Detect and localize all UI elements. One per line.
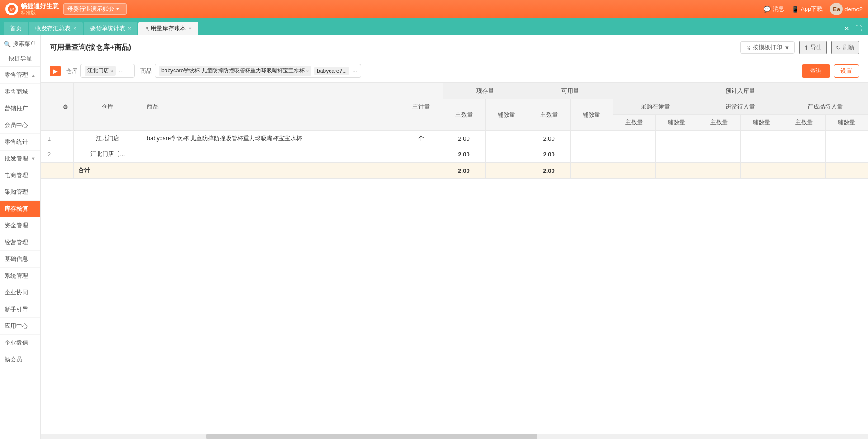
tab-available-stock[interactable]: 可用量库存账本 ×	[138, 22, 198, 35]
sidebar-item-purchase[interactable]: 采购管理	[0, 184, 40, 201]
sidebar-item-new-guide[interactable]: 新手引导	[0, 301, 40, 318]
brand-text: 畅捷通好生意 标准版	[21, 2, 59, 16]
purchase-transit-header: 采购在途量	[613, 99, 698, 115]
col-expected-in-header: 预计入库量	[613, 83, 868, 99]
sidebar-item-wholesale-mgmt[interactable]: 批发管理 ▼	[0, 151, 40, 167]
table-row: 2 江北门店【... 2.00 2.00	[41, 146, 868, 163]
footer-current-main: 2.00	[443, 162, 485, 179]
available-aux-qty-header: 辅数量	[570, 99, 613, 131]
sidebar-item-app-center[interactable]: 应用中心	[0, 318, 40, 335]
settings-btn[interactable]: 设置	[834, 64, 859, 78]
sidebar-item-enterprise-coop[interactable]: 企业协同	[0, 284, 40, 301]
footer-goods-pending-aux	[740, 162, 783, 179]
row-production-pending-aux	[825, 146, 868, 163]
sidebar-item-member-plus[interactable]: 畅会员	[0, 351, 40, 368]
sidebar-item-operations[interactable]: 经营管理	[0, 234, 40, 251]
available-main-qty-header: 主数量	[528, 99, 570, 131]
close-all-tabs[interactable]: ×	[840, 22, 853, 35]
main-layout: 🔍 搜索菜单 快捷导航 零售管理 ▲ 零售商城 营销推广 会员中心 零售统计 批…	[0, 35, 868, 439]
row-available-aux	[570, 131, 613, 146]
product-more[interactable]: ···	[352, 67, 357, 74]
filter-expand-btn[interactable]: ▶	[50, 66, 61, 76]
product-input[interactable]: babycare学饮杯 儿童防摔防撞吸管杯重力球吸嘴杯宝宝水杯 × babyca…	[155, 64, 361, 78]
sidebar-item-member-center[interactable]: 会员中心	[0, 117, 40, 134]
sidebar-item-system[interactable]: 系统管理	[0, 268, 40, 284]
warehouse-input[interactable]: 江北门店 × ···	[80, 64, 135, 78]
filter-bar: ▶ 仓库 江北门店 × ··· 商品 babycare学饮杯 儿童防摔防撞吸管杯…	[41, 59, 868, 83]
sidebar-item-retail-stats[interactable]: 零售统计	[0, 134, 40, 151]
template-print-btn[interactable]: 🖨 按模板打印 ▼	[740, 41, 795, 54]
export-btn[interactable]: ⬆ 导出	[799, 41, 827, 54]
sidebar: 🔍 搜索菜单 快捷导航 零售管理 ▲ 零售商城 营销推广 会员中心 零售统计 批…	[0, 35, 41, 439]
warehouse-tag: 江北门店 ×	[85, 66, 116, 76]
scroll-thumb[interactable]	[206, 434, 537, 439]
goods-pending-header: 进货待入量	[698, 99, 783, 115]
product-tag2: babycare?...	[314, 67, 349, 75]
col-current-stock-header: 现存量	[443, 83, 528, 99]
row-current-aux	[485, 146, 528, 163]
goods-pending-main-header: 主数量	[698, 115, 740, 131]
expand-tabs[interactable]: ⛶	[853, 22, 864, 35]
production-pending-header: 产成品待入量	[783, 99, 868, 115]
tab-order-stats[interactable]: 要货单统计表 ×	[84, 22, 137, 35]
col-available-header: 可用量	[528, 83, 613, 99]
row-purchase-transit-aux	[655, 131, 698, 146]
row-purchase-transit-aux	[655, 146, 698, 163]
tab-available-stock-close[interactable]: ×	[189, 25, 192, 32]
row-available-main: 2.00	[528, 131, 570, 146]
sidebar-item-retail-mgmt[interactable]: 零售管理 ▲	[0, 67, 40, 84]
purchase-transit-main-header: 主数量	[613, 115, 655, 131]
purchase-transit-aux-header: 辅数量	[655, 115, 698, 131]
refresh-btn[interactable]: ↻ 刷新	[831, 41, 859, 54]
filter-actions: 查询 设置	[802, 64, 859, 78]
row-current-aux	[485, 131, 528, 146]
footer-label: 合计	[74, 162, 443, 179]
current-aux-qty-header: 辅数量	[485, 99, 528, 131]
svg-text:好: 好	[10, 7, 14, 12]
row-unit: 个	[400, 131, 443, 146]
page-actions: 🖨 按模板打印 ▼ ⬆ 导出 ↻ 刷新	[740, 41, 859, 59]
footer-production-pending-aux	[825, 162, 868, 179]
product-tag1-remove[interactable]: ×	[306, 68, 309, 74]
sidebar-item-basic-info[interactable]: 基础信息	[0, 251, 40, 268]
row-goods-pending-main	[698, 131, 740, 146]
brand-logo: 好 畅捷通好生意 标准版	[5, 2, 59, 16]
row-index: 1	[41, 131, 57, 146]
row-production-pending-main	[783, 146, 825, 163]
arrow-icon: ▲	[31, 72, 36, 78]
app-download-btn[interactable]: 📱 App下载	[792, 5, 823, 13]
warehouse-more[interactable]: ···	[118, 67, 123, 74]
sidebar-item-marketing[interactable]: 营销推广	[0, 100, 40, 117]
warehouse-tag-remove[interactable]: ×	[110, 68, 113, 74]
sidebar-search[interactable]: 🔍 搜索菜单	[0, 35, 40, 51]
footer-empty	[41, 162, 74, 179]
sidebar-item-inventory[interactable]: 库存核算	[0, 201, 40, 217]
store-selector[interactable]: 母婴行业演示账套 ▾	[63, 3, 127, 15]
sidebar-quick-nav[interactable]: 快捷导航	[0, 51, 40, 67]
table-row: 1 江北门店 babycare学饮杯 儿童防摔防撞吸管杯重力球吸嘴杯宝宝水杯 个…	[41, 131, 868, 146]
horizontal-scrollbar[interactable]	[41, 434, 868, 439]
user-btn[interactable]: Ea demo2	[830, 3, 863, 15]
row-warehouse: 江北门店	[74, 131, 142, 146]
sidebar-item-ecommerce[interactable]: 电商管理	[0, 167, 40, 184]
sidebar-item-retail-mall[interactable]: 零售商城	[0, 84, 40, 100]
arrow-icon: ▼	[31, 156, 36, 161]
warehouse-filter-group: 仓库 江北门店 × ···	[66, 64, 135, 78]
tab-receipt-close[interactable]: ×	[73, 25, 76, 32]
query-btn[interactable]: 查询	[802, 64, 830, 78]
col-index-header	[41, 83, 57, 131]
data-table: ⚙ 仓库 商品 主计量 现存量 可用量 预计入库量 主数量 辅数量 主数量 辅数…	[41, 83, 868, 179]
row-product	[142, 146, 400, 163]
tab-receipt[interactable]: 收发存汇总表 ×	[29, 22, 83, 35]
tab-order-stats-close[interactable]: ×	[128, 25, 131, 32]
nav-tabs: 首页 收发存汇总表 × 要货单统计表 × 可用量库存账本 × × ⛶	[0, 18, 868, 35]
row-goods-pending-aux	[740, 131, 783, 146]
sidebar-item-finance[interactable]: 资金管理	[0, 217, 40, 234]
col-gear-header[interactable]: ⚙	[57, 83, 74, 131]
footer-production-pending-main	[783, 162, 825, 179]
message-btn[interactable]: 💬 消息	[764, 5, 784, 13]
row-production-pending-main	[783, 131, 825, 146]
tab-home[interactable]: 首页	[4, 22, 28, 35]
sidebar-item-enterprise-wechat[interactable]: 企业微信	[0, 335, 40, 351]
row-warehouse: 江北门店【...	[74, 146, 142, 163]
